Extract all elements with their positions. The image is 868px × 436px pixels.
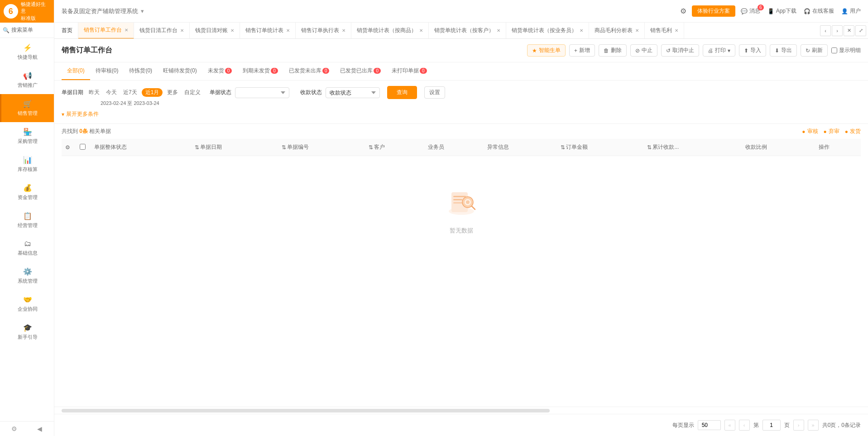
page-next-btn[interactable]: › bbox=[793, 420, 804, 431]
tab-cash-reconcile[interactable]: 钱货日清对账 ✕ bbox=[190, 23, 240, 39]
sub-tab-overdue[interactable]: 到期未发货0 bbox=[237, 62, 283, 80]
tab-sales-by-product[interactable]: 销货单统计表（按商品） ✕ bbox=[351, 23, 429, 39]
sub-tab-not-printed[interactable]: 未打印单据0 bbox=[386, 62, 432, 80]
page-prev-btn[interactable]: ‹ bbox=[739, 420, 750, 431]
tab-maximize-btn[interactable]: ⤢ bbox=[855, 25, 866, 36]
sidebar-item-sales[interactable]: 🛒 销售管理 bbox=[0, 94, 54, 122]
expand-more-btn[interactable]: ▾ 展开更多条件 bbox=[62, 110, 861, 118]
import-btn[interactable]: ⬆ 导入 bbox=[739, 44, 766, 57]
date-custom[interactable]: 自定义 bbox=[182, 88, 202, 97]
tab-sales-profit[interactable]: 销售毛利 ✕ bbox=[645, 23, 684, 39]
sidebar-item-system[interactable]: ⚙️ 系统管理 bbox=[0, 262, 54, 290]
page-first-btn[interactable]: « bbox=[724, 420, 735, 431]
delete-btn[interactable]: 🗑 删除 bbox=[599, 44, 627, 57]
tab-sales-by-staff[interactable]: 销货单统计表（按业务员） ✕ bbox=[506, 23, 589, 39]
sidebar-item-basic[interactable]: 🗂 基础信息 bbox=[0, 234, 54, 262]
add-btn[interactable]: + 新增 bbox=[569, 44, 595, 57]
query-btn[interactable]: 查询 bbox=[387, 86, 417, 99]
refresh-btn[interactable]: ↻ 刷新 bbox=[801, 44, 828, 57]
print-btn[interactable]: 🖨 打印 ▾ bbox=[703, 44, 735, 57]
sub-tab-wangpu[interactable]: 旺铺待发货(0) bbox=[158, 62, 202, 80]
pagination: 每页显示 50 10 20 100 « ‹ 第 页 › » 共0页，0条记录 bbox=[54, 414, 868, 436]
gear-icon[interactable]: ⚙ bbox=[680, 7, 686, 15]
system-title-area: 装备及固定资产辅助管理系统 ▾ bbox=[62, 7, 675, 15]
sub-tab-pending-pickup[interactable]: 待拣货(0) bbox=[124, 62, 158, 80]
sort-icon: ⇅ bbox=[369, 144, 373, 151]
select-all-checkbox[interactable] bbox=[80, 144, 86, 150]
col-checkbox[interactable] bbox=[76, 139, 91, 156]
app-download-action[interactable]: 📱 App下载 bbox=[767, 7, 796, 15]
page-size-label: 每页显示 bbox=[672, 422, 694, 429]
sub-tab-shipped-not-out[interactable]: 已发货未出库0 bbox=[283, 62, 335, 80]
collapse-btn[interactable]: ◀ bbox=[29, 425, 51, 432]
page-number-input[interactable] bbox=[762, 420, 781, 431]
sub-tab-pending-review[interactable]: 待审核(0) bbox=[90, 62, 124, 80]
tab-close-gross-profit[interactable]: ✕ bbox=[635, 28, 639, 33]
tab-sales-stats[interactable]: 销售订单统计表 ✕ bbox=[240, 23, 296, 39]
sub-tab-not-shipped[interactable]: 未发货0 bbox=[202, 62, 238, 80]
cancel-review-action[interactable]: ● 弃审 bbox=[824, 128, 839, 135]
svg-point-8 bbox=[466, 200, 470, 204]
sidebar-item-quick-nav[interactable]: ⚡ 快捷导航 bbox=[0, 38, 54, 66]
sub-tab-shipped-out[interactable]: 已发货已出库0 bbox=[335, 62, 386, 80]
payment-select[interactable]: 收款状态 bbox=[326, 87, 380, 98]
status-select[interactable] bbox=[235, 87, 289, 98]
sidebar-item-finance[interactable]: 💰 资金管理 bbox=[0, 178, 54, 206]
col-settings[interactable]: ⚙ bbox=[62, 139, 76, 156]
settings-btn[interactable]: ⚙ bbox=[4, 425, 25, 432]
sidebar-search[interactable]: 🔍 搜索菜单 bbox=[0, 23, 54, 38]
sidebar-item-marketing[interactable]: 📢 营销推广 bbox=[0, 66, 54, 94]
tab-sales-by-customer-label: 销货单统计表（按客户） bbox=[434, 27, 494, 34]
tab-home[interactable]: 首页 bbox=[56, 23, 78, 39]
tab-close-sales-workbench[interactable]: ✕ bbox=[125, 28, 128, 33]
tab-close-all-btn[interactable]: ✕ bbox=[844, 25, 854, 36]
sidebar-item-operations[interactable]: 📋 经营管理 bbox=[0, 206, 54, 234]
user-action[interactable]: 👤 用户 bbox=[841, 7, 861, 15]
sidebar-item-enterprise[interactable]: 🤝 企业协同 bbox=[0, 290, 54, 318]
date-1month[interactable]: 近1月 bbox=[142, 88, 163, 97]
cancel-stop-btn[interactable]: ↺ 取消中止 bbox=[661, 44, 699, 57]
online-service-action[interactable]: 🎧 在线客服 bbox=[804, 7, 834, 15]
sidebar-item-newbie[interactable]: 🎓 新手引导 bbox=[0, 318, 54, 346]
tab-sales-workbench[interactable]: 销售订单工作台 ✕ bbox=[78, 23, 134, 39]
tab-close-sales-exec[interactable]: ✕ bbox=[342, 28, 345, 33]
page-size-select[interactable]: 50 10 20 100 bbox=[698, 420, 721, 430]
page-content: 销售订单工作台 ★ 智能生单 + 新增 🗑 删除 ⊘ 中止 bbox=[54, 39, 868, 436]
page-last-btn[interactable]: » bbox=[808, 420, 819, 431]
main-area: 装备及固定资产辅助管理系统 ▾ ⚙ 体验行业方案 💬 消息 6 📱 App下载 … bbox=[54, 0, 868, 436]
tab-close-sales-stats[interactable]: ✕ bbox=[286, 28, 290, 33]
industry-btn[interactable]: 体验行业方案 bbox=[692, 5, 735, 17]
date-more[interactable]: 更多 bbox=[165, 88, 180, 97]
tab-cash-daily[interactable]: 钱货日清工作台 ✕ bbox=[134, 23, 190, 39]
date-today[interactable]: 今天 bbox=[104, 88, 119, 97]
tab-close-cash-reconcile[interactable]: ✕ bbox=[230, 28, 234, 33]
set-filter-btn[interactable]: 设置 bbox=[424, 86, 445, 99]
show-detail-label[interactable]: 显示明细 bbox=[831, 47, 861, 54]
tab-close-sales-by-product[interactable]: ✕ bbox=[419, 28, 423, 33]
ship-action[interactable]: ● 发货 bbox=[845, 128, 861, 135]
date-yesterday[interactable]: 昨天 bbox=[87, 88, 101, 97]
tab-close-cash-daily[interactable]: ✕ bbox=[180, 28, 184, 33]
sidebar-item-purchase[interactable]: 🏪 采购管理 bbox=[0, 122, 54, 150]
tab-sales-exec[interactable]: 销售订单执行表 ✕ bbox=[296, 23, 351, 39]
sidebar-item-inventory[interactable]: 📊 库存核算 bbox=[0, 150, 54, 178]
tab-prev-btn[interactable]: ‹ bbox=[820, 25, 831, 36]
date-7days[interactable]: 近7天 bbox=[121, 88, 139, 97]
message-action[interactable]: 💬 消息 6 bbox=[741, 7, 760, 15]
star-icon: ★ bbox=[532, 47, 537, 54]
tab-close-sales-by-staff[interactable]: ✕ bbox=[580, 28, 583, 33]
tab-close-sales-by-customer[interactable]: ✕ bbox=[497, 28, 500, 33]
export-btn[interactable]: ⬇ 导出 bbox=[770, 44, 797, 57]
tab-next-btn[interactable]: › bbox=[832, 25, 843, 36]
tab-sales-by-customer[interactable]: 销货单统计表（按客户） ✕ bbox=[429, 23, 506, 39]
tab-close-sales-profit[interactable]: ✕ bbox=[675, 28, 678, 33]
smart-create-btn[interactable]: ★ 智能生单 bbox=[527, 44, 566, 57]
review-action[interactable]: ● 审核 bbox=[802, 128, 818, 135]
not-shipped-badge: 0 bbox=[225, 68, 232, 74]
refresh-icon: ↻ bbox=[806, 47, 810, 54]
tab-gross-profit[interactable]: 商品毛利分析表 ✕ bbox=[589, 23, 645, 39]
sub-tab-all[interactable]: 全部(0) bbox=[62, 62, 90, 80]
stop-btn[interactable]: ⊘ 中止 bbox=[630, 44, 657, 57]
horizontal-scrollbar[interactable] bbox=[62, 409, 550, 412]
show-detail-checkbox[interactable] bbox=[831, 47, 837, 53]
